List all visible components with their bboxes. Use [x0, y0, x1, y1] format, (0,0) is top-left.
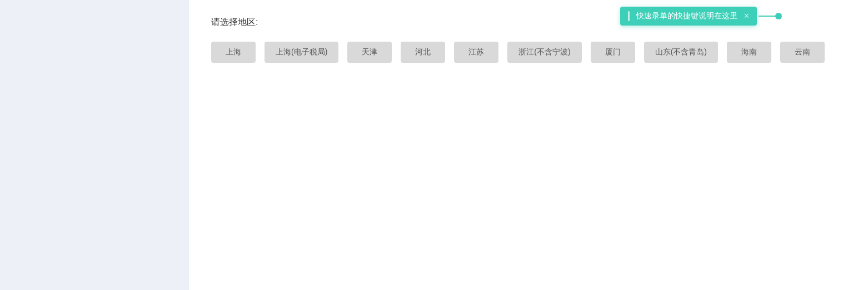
region-button-hainan[interactable]: 海南 — [727, 42, 771, 63]
tooltip-close-button[interactable]: × — [744, 11, 749, 21]
region-button-hebei[interactable]: 河北 — [401, 42, 445, 63]
tooltip-text: 快速录单的快捷键说明在这里 — [636, 11, 737, 21]
region-button-jiangsu[interactable]: 江苏 — [454, 42, 498, 63]
tooltip-badge: 快速录单的快捷键说明在这里 × — [620, 7, 757, 26]
tooltip-dot — [775, 13, 782, 19]
main-content: 请选择地区: 上海上海(电子税局)天津河北江苏浙江(不含宁波)厦门山东(不含青岛… — [189, 0, 868, 290]
region-button-zhejiang[interactable]: 浙江(不含宁波) — [507, 42, 581, 63]
region-button-xiamen[interactable]: 厦门 — [591, 42, 635, 63]
sidebar — [0, 0, 189, 290]
region-button-yunnan[interactable]: 云南 — [780, 42, 825, 63]
region-button-shanghai[interactable]: 上海 — [211, 42, 256, 63]
region-button-shanghai-etax[interactable]: 上海(电子税局) — [265, 42, 338, 63]
region-grid: 上海上海(电子税局)天津河北江苏浙江(不含宁波)厦门山东(不含青岛)海南云南 — [211, 42, 846, 63]
region-button-shandong[interactable]: 山东(不含青岛) — [644, 42, 718, 63]
region-button-tianjin[interactable]: 天津 — [347, 42, 392, 63]
